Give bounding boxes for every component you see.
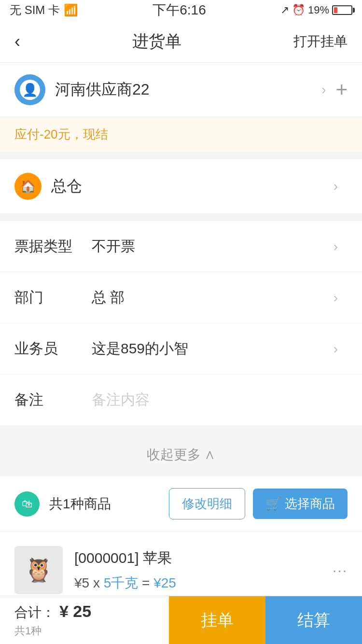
product-name: [0000001] 苹果 [74, 548, 333, 568]
salesman-label: 业务员 [14, 339, 82, 359]
product-qty: 5千克 [104, 575, 139, 590]
form-section: 票据类型 不开票 › 部门 总 部 › 业务员 这是859的小智 › 备注 备注… [0, 221, 362, 425]
product-info: [0000001] 苹果 ¥5 x 5千克 = ¥25 [74, 548, 333, 592]
dept-value: 总 部 [82, 288, 334, 308]
supplier-avatar: 👤 [14, 74, 45, 105]
product-equals: = [142, 575, 153, 590]
product-code: [0000001] [74, 550, 139, 566]
supplier-chevron-icon: › [321, 82, 326, 98]
supplier-section: 👤 河南供应商22 › + 应付-20元，现结 [0, 63, 362, 152]
checkout-button[interactable]: 结算 [265, 596, 362, 644]
select-product-label: 选择商品 [285, 495, 335, 512]
invoice-label: 票据类型 [14, 237, 82, 256]
products-section: 🛍 共1种商品 修改明细 🛒 选择商品 🦉 [0000001] 苹果 ¥5 x [0, 476, 362, 608]
select-product-button[interactable]: 🛒 选择商品 [253, 489, 348, 519]
warehouse-chevron-icon: › [334, 179, 338, 194]
warehouse-name: 总仓 [51, 176, 334, 197]
product-multiply: x [93, 575, 104, 590]
status-time: 下午6:16 [153, 1, 206, 19]
salesman-value: 这是859的小智 [82, 339, 334, 359]
product-price: ¥5 x 5千克 = ¥25 [74, 574, 333, 592]
total-sub: 共1种 [14, 624, 169, 638]
product-unit-price: ¥5 [74, 575, 89, 590]
remark-input[interactable]: 备注内容 [82, 390, 348, 410]
warehouse-section[interactable]: 🏠 总仓 › [0, 159, 362, 213]
open-pending-button[interactable]: 打开挂单 [293, 32, 348, 51]
nav-bar: ‹ 进货单 打开挂单 [0, 20, 362, 63]
dept-label: 部门 [14, 288, 82, 308]
avatar-icon: 👤 [20, 80, 40, 100]
invoice-value: 不开票 [82, 237, 334, 256]
warehouse-icon: 🏠 [14, 173, 42, 200]
dept-row[interactable]: 部门 总 部 › [0, 272, 362, 323]
alarm-icon: ⏰ [292, 4, 305, 16]
add-supplier-button[interactable]: + [335, 80, 348, 100]
dept-chevron-icon: › [334, 290, 338, 306]
back-button[interactable]: ‹ [14, 31, 20, 52]
total-value: ¥ 25 [59, 602, 91, 620]
main-content: 👤 河南供应商22 › + 应付-20元，现结 🏠 总仓 › 票据类型 不开票 … [0, 63, 362, 644]
products-count: 共1种商品 [49, 495, 169, 513]
battery-fill [334, 7, 337, 13]
invoice-row[interactable]: 票据类型 不开票 › [0, 221, 362, 272]
bottom-bar: 合计： ¥ 25 共1种 挂单 结算 [0, 596, 362, 644]
battery-icon [332, 5, 352, 15]
remark-row[interactable]: 备注 备注内容 [0, 375, 362, 425]
location-icon: ↗ [280, 4, 289, 16]
remark-label: 备注 [14, 390, 82, 410]
total-label: 合计： [14, 605, 55, 620]
invoice-chevron-icon: › [334, 239, 338, 254]
page-title: 进货单 [132, 30, 181, 53]
product-thumbnail: 🦉 [14, 546, 63, 594]
products-icon: 🛍 [14, 491, 40, 517]
product-thumb-owl-icon: 🦉 [24, 557, 53, 584]
cart-icon: 🛒 [265, 496, 281, 511]
product-title: 苹果 [143, 550, 172, 566]
bottom-total: 合计： ¥ 25 共1种 [0, 596, 169, 644]
total-amount: 合计： ¥ 25 [14, 602, 169, 622]
carrier-text: 无 SIM 卡 [10, 2, 60, 18]
status-bar: 无 SIM 卡 📶 下午6:16 ↗ ⏰ 19% [0, 0, 362, 20]
status-right: ↗ ⏰ 19% [280, 4, 352, 16]
product-menu-button[interactable]: ··· [333, 562, 348, 578]
products-header: 🛍 共1种商品 修改明细 🛒 选择商品 [0, 476, 362, 532]
edit-details-button[interactable]: 修改明细 [169, 488, 245, 519]
suspend-button[interactable]: 挂单 [169, 596, 265, 644]
salesman-chevron-icon: › [334, 341, 338, 357]
collapse-more-button[interactable]: 收起更多 ∧ [0, 433, 362, 476]
salesman-row[interactable]: 业务员 这是859的小智 › [0, 323, 362, 375]
supplier-notice: 应付-20元，现结 [0, 117, 362, 152]
product-total: ¥25 [153, 575, 176, 590]
supplier-name: 河南供应商22 [55, 79, 321, 100]
supplier-row[interactable]: 👤 河南供应商22 › + [0, 63, 362, 117]
wifi-icon: 📶 [64, 3, 78, 17]
battery-percent: 19% [308, 4, 329, 16]
status-left: 无 SIM 卡 📶 [10, 2, 78, 18]
